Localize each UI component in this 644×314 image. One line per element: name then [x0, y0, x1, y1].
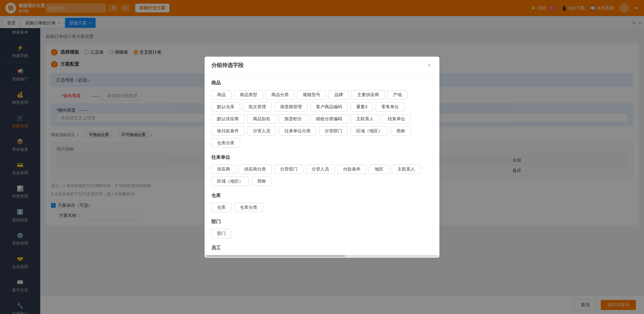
field-tag-default-supplier[interactable]: 默认供应商: [211, 114, 245, 124]
field-group-warehouse-title: 仓库: [211, 193, 433, 199]
field-tag-region2[interactable]: 区域（地区）: [211, 177, 249, 186]
field-group-product-title: 商品: [211, 80, 433, 86]
field-tag-product-category[interactable]: 商品分类: [266, 90, 294, 100]
field-group-employee: 员工 业务员: [211, 245, 433, 255]
field-tag-area[interactable]: 地区: [369, 165, 389, 174]
field-group-product: 商品 商品 商品类型 商品分类 规格型号 品牌 主要供应商 产地 默认仓库 批次…: [211, 80, 433, 148]
field-tag-region[interactable]: 区域（地区）: [351, 126, 388, 136]
field-group-warehouse: 仓库 仓库 仓库分类: [211, 193, 433, 212]
field-tag-product[interactable]: 商品: [211, 90, 231, 100]
field-tags-partner: 供应商 供应商分类 分管部门 分管人员 付款条件 地区 主联系人 区域（地区） …: [211, 165, 433, 186]
field-tag-main-supplier[interactable]: 主要供应商: [352, 90, 385, 100]
field-tag-warehouse-category[interactable]: 仓库分类: [211, 138, 240, 148]
field-tag-partner-category[interactable]: 往来单位分类: [279, 126, 316, 136]
field-tag-tax-code[interactable]: 税收分类编码: [310, 114, 348, 124]
field-tag-default-warehouse[interactable]: 默认仓库: [211, 102, 240, 112]
modal-body[interactable]: 商品 商品 商品类型 商品分类 规格型号 品牌 主要供应商 产地 默认仓库 批次…: [205, 75, 439, 255]
modal-hscroll[interactable]: [205, 255, 439, 258]
field-tag-supplier[interactable]: 供应商: [211, 165, 236, 174]
modal-overlay: 分组待选字段 × 商品 商品 商品类型 商品分类 规格型号 品牌 主要供应商 产…: [0, 0, 644, 314]
field-tags-dept: 部门: [211, 229, 433, 238]
field-tag-warehouse[interactable]: 仓库: [211, 203, 231, 212]
field-tag-product-type[interactable]: 商品类型: [234, 90, 263, 100]
field-tags-product: 商品 商品类型 商品分类 规格型号 品牌 主要供应商 产地 默认仓库 批次管理 …: [211, 90, 433, 148]
field-tag-brand[interactable]: 品牌: [329, 90, 349, 100]
field-tag-supplier-category[interactable]: 供应商分类: [238, 165, 272, 174]
field-tags-warehouse: 仓库 仓库分类: [211, 203, 433, 212]
modal-header: 分组待选字段 ×: [205, 57, 439, 75]
field-tag-payment-terms2[interactable]: 付款条件: [337, 165, 366, 174]
field-group-partner: 往来单位 供应商 供应商分类 分管部门 分管人员 付款条件 地区 主联系人 区域…: [211, 154, 433, 186]
field-tag-supervisor[interactable]: 分管人员: [247, 126, 276, 136]
field-tag-expiry-mgmt[interactable]: 保质期管理: [274, 102, 308, 112]
hscroll-track: [206, 255, 438, 257]
field-tag-settlement-unit[interactable]: 结算单位: [382, 114, 411, 124]
field-tag-short-name2[interactable]: 简称: [252, 177, 272, 186]
field-tag-product-alias[interactable]: 商品别名: [247, 114, 276, 124]
modal-close-button[interactable]: ×: [426, 62, 433, 69]
field-tag-batch-mgmt[interactable]: 批次管理: [243, 102, 272, 112]
field-tag-dept2[interactable]: 分管部门: [274, 165, 303, 174]
field-group-dept-title: 部门: [211, 219, 433, 225]
field-group-partner-title: 往来单位: [211, 154, 433, 161]
field-tag-origin[interactable]: 产地: [387, 90, 408, 100]
hscroll-thumb: [206, 255, 345, 257]
field-tag-main-contact[interactable]: 主联系人: [351, 114, 379, 124]
field-tag-spec-model[interactable]: 规格型号: [297, 90, 326, 100]
field-tag-payment-terms[interactable]: 收付款条件: [211, 126, 245, 136]
field-tag-retail-unit[interactable]: 零售单位: [376, 102, 405, 112]
field-tag-customer-code[interactable]: 客户商品编码: [310, 102, 348, 112]
field-group-employee-title: 员工: [211, 245, 433, 251]
modal-dialog: 分组待选字段 × 商品 商品 商品类型 商品分类 规格型号 品牌 主要供应商 产…: [205, 57, 439, 258]
field-tag-warehouse-cat[interactable]: 仓库分类: [234, 203, 263, 212]
field-group-dept: 部门 部门: [211, 219, 433, 238]
field-tag-supervisor2[interactable]: 分管人员: [306, 165, 335, 174]
field-tag-main-contact2[interactable]: 主联系人: [392, 165, 421, 174]
modal-title: 分组待选字段: [211, 62, 244, 69]
field-tag-pick-points[interactable]: 拣货积分: [279, 114, 308, 124]
field-tag-weight[interactable]: 重量3: [351, 102, 373, 112]
field-tag-dept-main[interactable]: 部门: [211, 229, 231, 238]
field-tag-short-name[interactable]: 简称: [391, 126, 411, 136]
field-tag-dept[interactable]: 分管部门: [319, 126, 348, 136]
